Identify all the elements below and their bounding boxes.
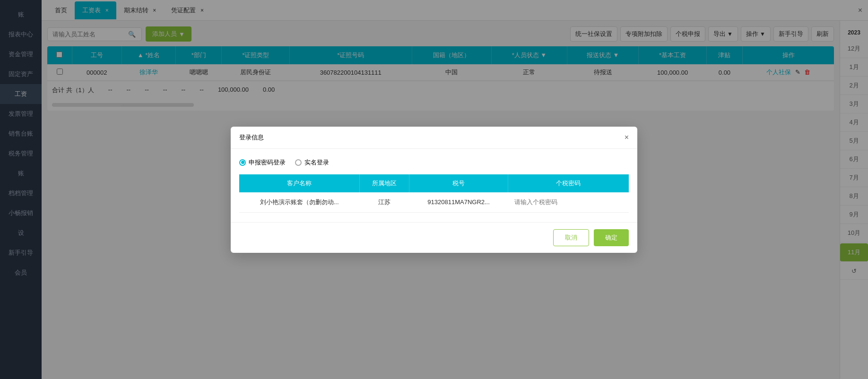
radio-password-login[interactable]: 申报密码登录 — [239, 158, 286, 167]
modal-col-tax-no: 税号 — [409, 174, 508, 192]
modal-close-button[interactable]: × — [625, 133, 629, 142]
login-type-radio-group: 申报密码登录 实名登录 — [239, 158, 629, 167]
tax-password-input[interactable] — [514, 198, 622, 206]
modal-cell-tax-password[interactable] — [508, 192, 629, 213]
modal-table-row: 刘小艳演示账套（勿删勿动... 江苏 91320811MA7NGR2... — [239, 192, 629, 213]
modal-footer: 取消 确定 — [231, 222, 637, 253]
radio-realname-login[interactable]: 实名登录 — [295, 158, 329, 167]
modal-cell-region: 江苏 — [359, 192, 409, 213]
modal-cell-client-name: 刘小艳演示账套（勿删勿动... — [239, 192, 359, 213]
modal-header: 登录信息 × — [231, 127, 637, 149]
modal-col-client-name: 客户名称 — [239, 174, 359, 192]
modal-client-table: 客户名称 所属地区 税号 个税密码 刘小艳演示账套（勿删勿动... 江苏 913… — [239, 174, 629, 213]
radio-password-login-input[interactable] — [239, 159, 246, 166]
modal-overlay[interactable]: 登录信息 × 申报密码登录 实名登录 客户名称 所属地区 — [0, 0, 868, 379]
cancel-button[interactable]: 取消 — [553, 229, 589, 246]
modal-title: 登录信息 — [239, 133, 264, 142]
modal-col-tax-password: 个税密码 — [508, 174, 629, 192]
radio-realname-login-label: 实名登录 — [304, 158, 329, 167]
modal-cell-tax-no: 91320811MA7NGR2... — [409, 192, 508, 213]
radio-password-login-label: 申报密码登录 — [249, 158, 286, 167]
radio-realname-login-input[interactable] — [295, 159, 302, 166]
login-modal: 登录信息 × 申报密码登录 实名登录 客户名称 所属地区 — [231, 127, 637, 253]
modal-col-region: 所属地区 — [359, 174, 409, 192]
modal-body: 申报密码登录 实名登录 客户名称 所属地区 税号 个税密码 — [231, 149, 637, 222]
confirm-button[interactable]: 确定 — [594, 229, 629, 246]
